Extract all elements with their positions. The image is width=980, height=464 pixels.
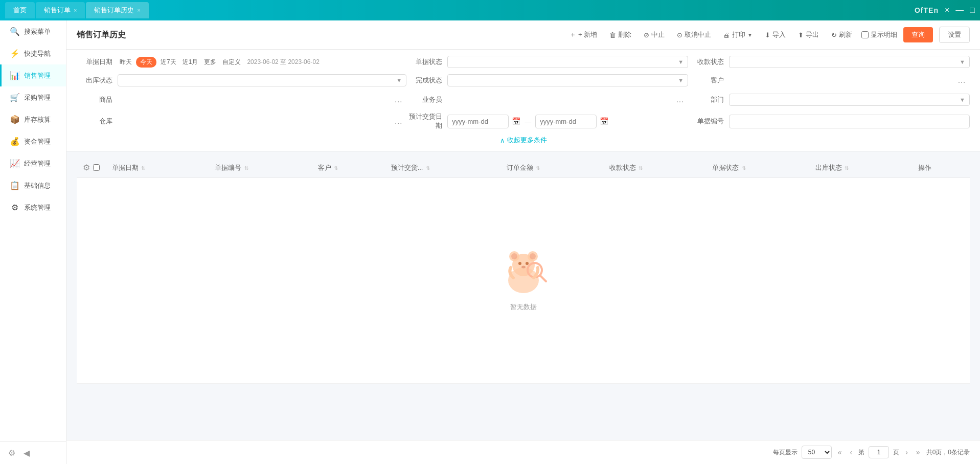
import-button[interactable]: ⬇ 导入 bbox=[762, 28, 789, 41]
page-jump-label: 第 bbox=[858, 448, 864, 457]
page-number-input[interactable] bbox=[869, 446, 889, 458]
warehouse-ellipsis[interactable]: … bbox=[394, 117, 402, 126]
next-page-btn[interactable]: › bbox=[903, 447, 910, 457]
new-icon: ＋ bbox=[569, 30, 576, 39]
sidebar-item-资金管理[interactable]: 💰 资金管理 bbox=[0, 130, 66, 152]
maximize-icon[interactable]: □ bbox=[970, 6, 975, 15]
refresh-button[interactable]: ↻ 刷新 bbox=[828, 28, 855, 41]
total-records: 共0页，0条记录 bbox=[926, 448, 970, 457]
first-page-btn[interactable]: « bbox=[836, 447, 844, 457]
status-select[interactable]: ▼ bbox=[447, 56, 688, 68]
receipt-status-select[interactable]: ▼ bbox=[729, 56, 970, 68]
date-btn-1month[interactable]: 近1月 bbox=[180, 57, 200, 68]
delivery-date-end[interactable] bbox=[535, 115, 597, 128]
th-date: 单据日期 ⇅ bbox=[106, 158, 209, 178]
query-button[interactable]: 查询 bbox=[903, 27, 933, 42]
pagination-bar: 每页显示 50 10 20 100 « ‹ 第 页 › » 共0页，0条记录 bbox=[66, 440, 980, 464]
customer-label: 客户 bbox=[688, 76, 729, 85]
calendar-start-icon[interactable]: 📅 bbox=[512, 117, 520, 125]
top-tab-销售订单历史[interactable]: 销售订单历史× bbox=[86, 2, 148, 18]
prev-page-btn[interactable]: ‹ bbox=[848, 447, 855, 457]
filter-row-2: 出库状态 ▼ 完成状态 ▼ 客户 bbox=[77, 73, 970, 87]
sidebar-item-经营管理[interactable]: 📈 经营管理 bbox=[0, 152, 66, 174]
settings-button[interactable]: 设置 bbox=[939, 27, 970, 43]
sidebar-collapse-icon[interactable]: ◀ bbox=[24, 448, 30, 458]
sort-delivery-icon[interactable]: ⇅ bbox=[426, 165, 430, 171]
export-button[interactable]: ⬆ 导出 bbox=[795, 28, 822, 41]
sort-orderstatus-icon[interactable]: ⇅ bbox=[742, 165, 746, 171]
top-tab-首页[interactable]: 首页 bbox=[5, 2, 35, 18]
sidebar-item-采购管理[interactable]: 🛒 采购管理 bbox=[0, 86, 66, 108]
sort-outbound-icon[interactable]: ⇅ bbox=[845, 165, 849, 171]
sidebar-item-快捷导航[interactable]: ⚡ 快捷导航 bbox=[0, 42, 66, 64]
sort-receipt-icon[interactable]: ⇅ bbox=[639, 165, 643, 171]
tab-close-icon[interactable]: × bbox=[74, 7, 77, 13]
order-no-col bbox=[729, 115, 970, 128]
last-page-btn[interactable]: » bbox=[914, 447, 922, 457]
sidebar-item-基础信息[interactable]: 📋 基础信息 bbox=[0, 174, 66, 196]
delivery-date-start[interactable] bbox=[447, 115, 509, 128]
date-btn-custom[interactable]: 自定义 bbox=[220, 57, 243, 68]
completion-select[interactable]: ▼ bbox=[447, 74, 688, 86]
warehouse-input[interactable]: … bbox=[118, 114, 406, 128]
sidebar-item-销售管理[interactable]: 📊 销售管理 bbox=[0, 64, 66, 86]
column-settings-icon[interactable]: ⚙ bbox=[83, 163, 90, 172]
date-btn-7days[interactable]: 近7天 bbox=[158, 57, 178, 68]
filter-collapse-row: ∧ 收起更多条件 bbox=[77, 136, 970, 145]
sidebar-icon-基础信息: 📋 bbox=[10, 181, 20, 190]
dept-select[interactable]: ▼ bbox=[729, 94, 970, 106]
new-button[interactable]: ＋ + 新增 bbox=[566, 28, 600, 41]
sort-amount-icon[interactable]: ⇅ bbox=[536, 165, 540, 171]
page-size-select[interactable]: 50 10 20 100 bbox=[802, 446, 832, 459]
show-detail-input[interactable] bbox=[861, 31, 869, 38]
page-size-label: 每页显示 bbox=[773, 448, 797, 457]
date-btn-yesterday[interactable]: 昨天 bbox=[118, 57, 134, 68]
print-button[interactable]: 🖨 打印 ▼ bbox=[720, 28, 756, 41]
sidebar-item-系统管理[interactable]: ⚙ 系统管理 bbox=[0, 196, 66, 218]
salesperson-input[interactable]: … bbox=[447, 93, 688, 107]
filter-row-4: 仓库 … 预计交货日期 📅 — 📅 bbox=[77, 112, 970, 130]
product-input[interactable]: … bbox=[118, 93, 406, 107]
completion-arrow-icon: ▼ bbox=[678, 77, 683, 83]
tab-close-icon[interactable]: × bbox=[137, 7, 140, 13]
delete-button[interactable]: 🗑 删除 bbox=[606, 28, 634, 41]
show-detail-checkbox[interactable]: 显示明细 bbox=[861, 30, 897, 39]
outbound-select[interactable]: ▼ bbox=[118, 74, 406, 86]
outbound-arrow-icon: ▼ bbox=[396, 77, 402, 83]
product-ellipsis[interactable]: … bbox=[394, 95, 402, 104]
dept-label: 部门 bbox=[688, 95, 729, 104]
svg-point-10 bbox=[530, 253, 536, 259]
salesperson-col: … bbox=[447, 93, 688, 107]
sidebar-item-搜索菜单[interactable]: 🔍 搜索菜单 bbox=[0, 20, 66, 42]
receipt-status-col: ▼ bbox=[729, 56, 970, 68]
select-all-checkbox[interactable] bbox=[93, 164, 100, 171]
date-btn-more[interactable]: 更多 bbox=[202, 57, 218, 68]
date-btn-today[interactable]: 今天 bbox=[136, 57, 156, 68]
sidebar-icon-搜索菜单: 🔍 bbox=[10, 27, 20, 36]
sidebar-settings-icon[interactable]: ⚙ bbox=[8, 448, 15, 458]
cancel-stop-button[interactable]: ⊙ 取消中止 bbox=[674, 28, 714, 41]
delivery-date-label: 预计交货日期 bbox=[406, 112, 447, 130]
customer-ellipsis[interactable]: … bbox=[958, 76, 966, 85]
stop-button[interactable]: ⊘ 中止 bbox=[641, 28, 668, 41]
main-layout: 🔍 搜索菜单 ⚡ 快捷导航 📊 销售管理 🛒 采购管理 📦 库存核算 💰 资金管… bbox=[0, 20, 980, 464]
sidebar-label-系统管理: 系统管理 bbox=[24, 203, 51, 212]
collapse-link[interactable]: ∧ 收起更多条件 bbox=[500, 136, 547, 145]
empty-illustration bbox=[493, 239, 554, 301]
th-action: 操作 bbox=[912, 158, 970, 178]
print-icon: 🖨 bbox=[723, 31, 730, 39]
sidebar-label-库存核算: 库存核算 bbox=[24, 115, 51, 124]
order-no-input[interactable] bbox=[729, 115, 970, 128]
sidebar-item-库存核算[interactable]: 📦 库存核算 bbox=[0, 108, 66, 130]
salesperson-ellipsis[interactable]: … bbox=[676, 95, 684, 104]
minimize-icon[interactable]: — bbox=[955, 6, 964, 15]
top-tab-销售订单[interactable]: 销售订单× bbox=[36, 2, 85, 18]
sort-customer-icon[interactable]: ⇅ bbox=[334, 165, 338, 171]
empty-row: 暂无数据 bbox=[77, 178, 970, 384]
sort-date-icon[interactable]: ⇅ bbox=[141, 165, 145, 171]
sort-orderno-icon[interactable]: ⇅ bbox=[244, 165, 248, 171]
calendar-end-icon[interactable]: 📅 bbox=[600, 117, 608, 125]
close-window-icon[interactable]: × bbox=[945, 6, 949, 15]
customer-input[interactable]: … bbox=[729, 73, 970, 87]
sidebar-icon-采购管理: 🛒 bbox=[10, 93, 20, 102]
